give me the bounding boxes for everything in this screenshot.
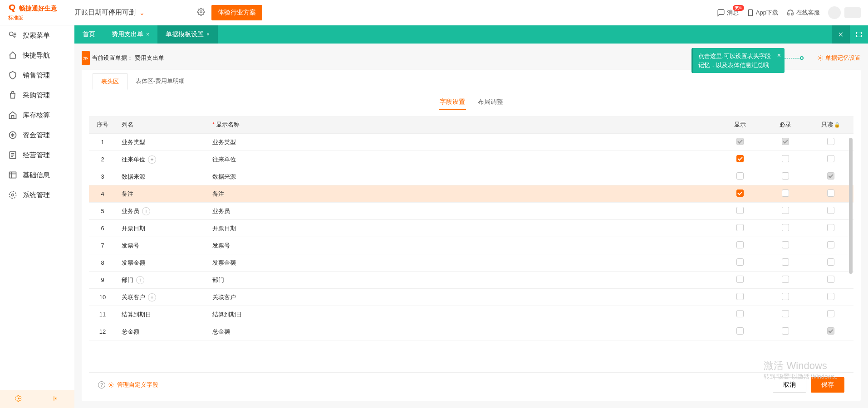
table-row[interactable]: 11结算到期日结算到期日 [89, 306, 853, 323]
checkbox[interactable] [736, 258, 744, 266]
checkbox[interactable] [782, 293, 789, 300]
footer-bar: ? 管理自定义字段 取消 保存 [89, 372, 853, 397]
tab-close-icon[interactable]: × [206, 31, 210, 38]
checkbox[interactable] [827, 310, 834, 317]
table-row[interactable]: 1业务类型业务类型 [89, 134, 853, 151]
page-tab[interactable]: 首页 [74, 25, 103, 44]
add-field-icon[interactable]: + [142, 207, 150, 215]
tab-close-icon[interactable]: × [146, 31, 149, 38]
cell-display-name[interactable]: 关联客户 [207, 289, 717, 306]
cell-display-name[interactable]: 业务员 [207, 203, 717, 220]
expand-toggle-icon[interactable]: ≫ [82, 51, 90, 65]
sidebar-settings-icon[interactable] [15, 395, 22, 403]
table-row[interactable]: 8发票金额发票金额 [89, 254, 853, 272]
cell-display-name[interactable]: 数据来源 [207, 168, 717, 185]
checkbox[interactable] [736, 276, 744, 283]
sidebar-item-funds[interactable]: 资金管理 [0, 125, 74, 145]
checkbox[interactable] [736, 189, 744, 197]
checkbox[interactable] [827, 293, 834, 300]
table-row[interactable]: 5业务员+业务员 [89, 203, 853, 220]
sidebar-item-quicknav[interactable]: 快捷导航 [0, 45, 74, 65]
tab-layout-adjust[interactable]: 布局调整 [477, 95, 504, 110]
cell-display-name[interactable]: 开票日期 [207, 220, 717, 237]
add-field-icon[interactable]: + [148, 155, 156, 164]
checkbox[interactable] [827, 224, 834, 231]
doc-memory-settings-link[interactable]: 单据记忆设置 [817, 54, 861, 62]
checkbox[interactable] [736, 327, 744, 335]
tooltip-close-icon[interactable]: × [777, 51, 781, 60]
sidebar-item-base[interactable]: 基础信息 [0, 165, 74, 185]
fullscreen-icon[interactable] [850, 25, 868, 44]
table-row[interactable]: 7发票号发票号 [89, 237, 853, 254]
cell-display-name[interactable]: 发票金额 [207, 254, 717, 272]
settings-gear-icon[interactable] [195, 6, 207, 19]
checkbox[interactable] [782, 207, 789, 214]
sidebar-item-operations[interactable]: 经营管理 [0, 145, 74, 165]
checkbox[interactable] [782, 258, 789, 266]
checkbox[interactable] [827, 241, 834, 248]
app-download-button[interactable]: App下载 [747, 9, 778, 17]
checkbox[interactable] [782, 310, 789, 317]
cell-display-name[interactable]: 结算到期日 [207, 306, 717, 323]
checkbox[interactable] [827, 258, 834, 266]
industry-plan-button[interactable]: 体验行业方案 [211, 5, 262, 20]
checkbox[interactable] [736, 207, 744, 214]
cell-display-name[interactable]: 发票号 [207, 237, 717, 254]
support-button[interactable]: 在线客服 [786, 9, 820, 17]
checkbox[interactable] [736, 224, 744, 231]
checkbox[interactable] [782, 241, 789, 248]
checkbox[interactable] [782, 276, 789, 283]
checkbox[interactable] [782, 189, 789, 197]
checkbox[interactable] [827, 138, 834, 145]
sidebar-item-sales[interactable]: 销售管理 [0, 65, 74, 85]
manage-custom-fields-link[interactable]: ? 管理自定义字段 [98, 381, 158, 389]
sidebar-item-search[interactable]: 搜索菜单 [0, 25, 74, 45]
add-field-icon[interactable]: + [148, 293, 156, 301]
tabs-close-all-icon[interactable] [832, 25, 850, 44]
checkbox[interactable] [827, 155, 834, 162]
cell-display-name[interactable]: 往来单位 [207, 151, 717, 168]
save-button[interactable]: 保存 [811, 377, 844, 393]
checkbox[interactable] [827, 189, 834, 197]
cell-required [763, 237, 808, 254]
checkbox[interactable] [782, 224, 789, 231]
checkbox[interactable] [736, 241, 744, 248]
checkbox[interactable] [782, 327, 789, 335]
sidebar-item-system[interactable]: 系统管理 [0, 185, 74, 205]
checkbox[interactable] [736, 155, 744, 162]
svg-rect-14 [10, 172, 16, 178]
table-row[interactable]: 2往来单位+往来单位 [89, 151, 853, 168]
cell-required [763, 323, 808, 340]
page-tab[interactable]: 单据模板设置× [157, 25, 218, 44]
table-row[interactable]: 12总金额总金额 [89, 323, 853, 340]
checkbox[interactable] [736, 172, 744, 180]
user-menu[interactable] [828, 6, 861, 19]
checkbox[interactable] [736, 310, 744, 317]
checkbox[interactable] [782, 172, 789, 180]
account-selector[interactable]: 开账日期可停用可删 ⌄ [74, 8, 192, 17]
tab-field-settings[interactable]: 字段设置 [439, 95, 466, 110]
checkbox[interactable] [827, 207, 834, 214]
page-tab[interactable]: 费用支出单× [103, 25, 157, 44]
messages-button[interactable]: 消息 99+ [717, 9, 739, 17]
cell-display-name[interactable]: 业务类型 [207, 134, 717, 151]
cell-display-name[interactable]: 部门 [207, 272, 717, 289]
sidebar-collapse-icon[interactable] [52, 395, 60, 403]
checkbox[interactable] [736, 293, 744, 300]
add-field-icon[interactable]: + [136, 276, 144, 284]
table-row[interactable]: 3数据来源数据来源 [89, 168, 853, 185]
sidebar-item-inventory[interactable]: 库存核算 [0, 105, 74, 125]
table-row[interactable]: 9部门+部门 [89, 272, 853, 289]
table-row[interactable]: 6开票日期开票日期 [89, 220, 853, 237]
tab-header-area[interactable]: 表头区 [93, 73, 128, 90]
checkbox[interactable] [782, 155, 789, 162]
tab-body-area[interactable]: 表体区-费用单明细 [128, 73, 193, 90]
sidebar-item-purchase[interactable]: 采购管理 [0, 85, 74, 105]
cell-display-name[interactable]: 总金额 [207, 323, 717, 340]
cancel-button[interactable]: 取消 [773, 377, 806, 393]
checkbox[interactable] [827, 276, 834, 283]
scrollbar-thumb[interactable] [849, 138, 853, 274]
cell-display-name[interactable]: 备注 [207, 185, 717, 203]
table-row[interactable]: 4备注备注 [89, 185, 853, 203]
table-row[interactable]: 10关联客户+关联客户 [89, 289, 853, 306]
